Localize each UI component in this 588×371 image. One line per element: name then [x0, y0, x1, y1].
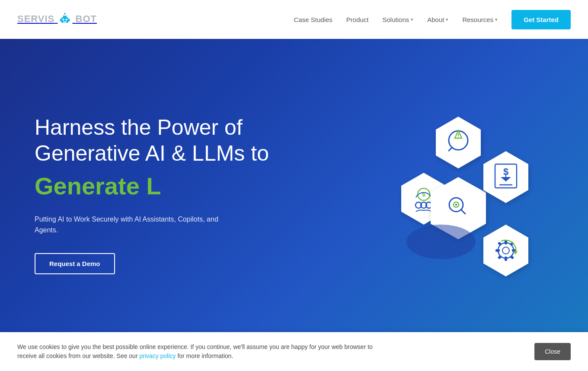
svg-point-2: [64, 15, 66, 16]
about-chevron-icon: ▾: [446, 17, 448, 22]
get-started-button[interactable]: Get Started: [511, 10, 571, 29]
cookie-text: We use cookies to give you the best poss…: [17, 342, 385, 361]
close-cookie-button[interactable]: Close: [534, 343, 571, 360]
nav-solutions[interactable]: Solutions ▾: [383, 16, 414, 23]
svg-rect-6: [66, 19, 67, 20]
svg-rect-9: [68, 19, 70, 21]
hero-graphic: $ $: [355, 91, 562, 298]
logo-suffix-text: BOT: [76, 13, 97, 24]
hero-title: Harness the Power of Generative AI & LLM…: [35, 114, 269, 166]
nav-case-studies[interactable]: Case Studies: [294, 16, 332, 23]
bg-blob-left: [406, 225, 476, 259]
nav-about[interactable]: About ▾: [427, 16, 448, 23]
hero-section: Harness the Power of Generative AI & LLM…: [0, 39, 588, 350]
logo[interactable]: SERVIS BOT: [17, 13, 97, 26]
svg-rect-32: [505, 257, 507, 261]
request-demo-button[interactable]: Request a Demo: [35, 253, 115, 274]
svg-text:$: $: [422, 191, 425, 198]
logo-suffix: [54, 13, 75, 24]
svg-point-4: [64, 13, 66, 14]
svg-rect-5: [63, 19, 64, 20]
robot-icon: [58, 13, 72, 26]
navbar: SERVIS BOT Case Studies: [0, 0, 588, 39]
cookie-banner: We use cookies to give you the best poss…: [0, 332, 588, 371]
svg-point-14: [458, 137, 459, 139]
svg-rect-8: [60, 19, 61, 21]
hero-content: Harness the Power of Generative AI & LLM…: [35, 114, 269, 274]
hex-top: [436, 117, 481, 168]
nav-product[interactable]: Product: [346, 16, 369, 23]
hex-right-bottom: [483, 225, 528, 276]
nav-links: Case Studies Product Solutions ▾ About ▾…: [294, 10, 571, 29]
hexagon-cluster-svg: $ $: [355, 91, 562, 298]
nav-resources[interactable]: Resources ▾: [462, 16, 498, 23]
svg-rect-13: [458, 133, 459, 136]
logo-prefix: SERVIS: [17, 13, 54, 24]
hero-animated-text: Generate L: [35, 171, 269, 200]
svg-rect-33: [495, 249, 500, 252]
resources-chevron-icon: ▾: [495, 17, 498, 22]
solutions-chevron-icon: ▾: [411, 17, 413, 22]
svg-rect-7: [63, 22, 67, 22]
hero-subtitle: Putting AI to Work Securely with AI Assi…: [35, 214, 242, 236]
svg-point-23: [455, 204, 457, 206]
logo-text: SERVIS BOT: [17, 13, 97, 26]
privacy-policy-link[interactable]: privacy policy: [139, 352, 176, 359]
